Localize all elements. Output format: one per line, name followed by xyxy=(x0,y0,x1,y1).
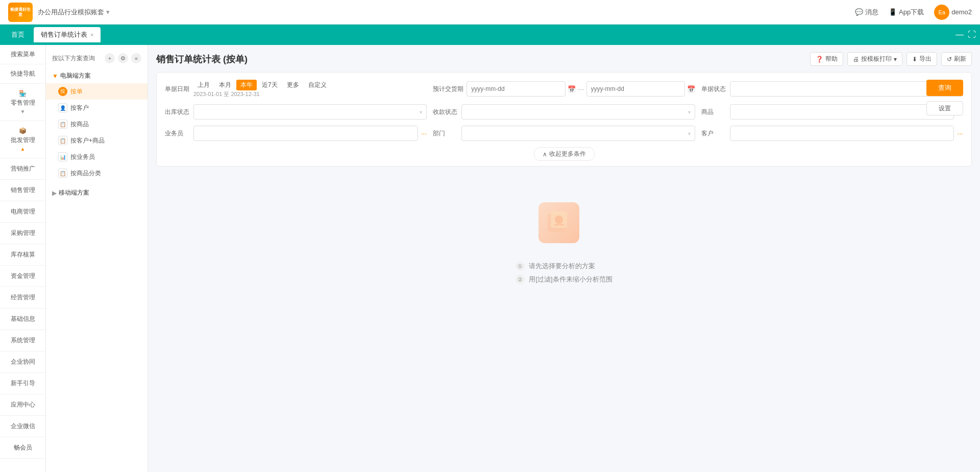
mobile-solution-title[interactable]: ▶ 移动端方案 xyxy=(46,185,148,200)
left-panel: 按以下方案查询 + ⚙ « ▼ 电脑端方案 按 按单 xyxy=(46,45,148,472)
right-panel: 销售订单统计表 (按单) ❓ 帮助 🖨 按模板打印 ▾ xyxy=(148,45,980,472)
salesperson-more-icon[interactable]: ··· xyxy=(421,129,427,137)
expected-delivery-start-input[interactable] xyxy=(467,81,565,97)
avatar: Ea xyxy=(934,5,949,20)
query-btn[interactable]: 查询 xyxy=(926,80,963,96)
scheme-settings-icon[interactable]: ⚙ xyxy=(118,53,128,63)
tip-num-2: ② xyxy=(516,275,525,284)
app-download-icon: 📱 xyxy=(889,8,897,16)
maximize-icon[interactable]: ⛶ xyxy=(968,30,976,39)
scheme-collapse-icon[interactable]: « xyxy=(131,53,141,63)
sidebar-nav-shortcut[interactable]: 快捷导航 xyxy=(0,64,45,84)
export-btn[interactable]: ⬇ 导出 xyxy=(906,52,937,66)
solution-item-by-customer-product[interactable]: 📋 按客户+商品 xyxy=(46,132,148,149)
sidebar-item-retail[interactable]: 🏪 零售管理 ▼ xyxy=(0,84,45,121)
desktop-solution-group: ▼ 电脑端方案 按 按单 👤 按客户 📋 按商品 xyxy=(46,66,148,183)
shipping-status-cell: 出库状态 ▾ xyxy=(165,104,427,120)
calendar-icon-2: 📅 xyxy=(687,85,695,93)
sidebar: 搜索菜单 快捷导航 🏪 零售管理 ▼ 📦 批发管理 ▲ 营销推广 销售管理 电商… xyxy=(0,45,46,472)
date-btn-this-month[interactable]: 本月 xyxy=(215,80,235,90)
sidebar-item-wholesale[interactable]: 📦 批发管理 ▲ xyxy=(0,121,45,158)
date-btn-more[interactable]: 更多 xyxy=(283,80,303,90)
print-btn[interactable]: 🖨 按模板打印 ▾ xyxy=(847,52,902,66)
tab-close-icon[interactable]: × xyxy=(90,32,93,38)
sidebar-item-ecommerce[interactable]: 电商管理 xyxy=(0,201,45,223)
date-separator: — xyxy=(578,85,584,93)
app-download-btn[interactable]: 📱 App下载 xyxy=(889,8,924,17)
tip-num-1: ① xyxy=(516,262,525,271)
page-header: 销售订单统计表 (按单) ❓ 帮助 🖨 按模板打印 ▾ xyxy=(156,52,972,66)
empty-illustration xyxy=(538,202,579,243)
mobile-solution-group: ▶ 移动端方案 xyxy=(46,183,148,202)
sidebar-item-system[interactable]: 系统管理 xyxy=(0,330,45,351)
status-label: 单据状态 xyxy=(701,85,727,93)
collapse-btn[interactable]: ∧ 收起更多条件 xyxy=(534,147,595,161)
sidebar-item-inventory[interactable]: 库存核算 xyxy=(0,244,45,266)
sidebar-item-marketing[interactable]: 营销推广 xyxy=(0,158,45,180)
sidebar-item-newbie[interactable]: 新手引导 xyxy=(0,373,45,394)
solution-item-by-order[interactable]: 按 按单 xyxy=(46,83,148,100)
solution-item-by-customer[interactable]: 👤 按客户 xyxy=(46,100,148,116)
empty-state: ① 请先选择要分析的方案 ② 用[过滤]条件来缩小分析范围 xyxy=(156,172,972,315)
filter-row-2: 出库状态 ▾ 收款状态 ▾ xyxy=(165,104,963,120)
product-input[interactable] xyxy=(730,104,954,120)
date-range-display: 2023-01-01 至 2023-12-31 xyxy=(193,90,427,98)
topbar-left: 畅捷通好生意 办公用品行业模拟账套 ▾ xyxy=(8,3,110,22)
desktop-expand-icon: ▼ xyxy=(52,73,58,80)
date-btn-this-year[interactable]: 本年 xyxy=(236,80,257,90)
tab-sales-stats[interactable]: 销售订单统计表 × xyxy=(34,27,101,42)
retail-dropdown-icon: ▼ xyxy=(20,109,26,114)
date-btn-last-month[interactable]: 上月 xyxy=(193,80,214,90)
date-btn-7days[interactable]: 近7天 xyxy=(258,80,282,90)
sidebar-item-wechat[interactable]: 企业微信 xyxy=(0,416,45,437)
expected-delivery-end-input[interactable] xyxy=(586,81,685,97)
date-label: 单据日期 xyxy=(165,85,190,93)
sidebar-item-enterprise[interactable]: 企业协同 xyxy=(0,351,45,373)
message-btn[interactable]: 💬 消息 xyxy=(855,8,878,17)
solution-item-by-salesperson[interactable]: 📊 按业务员 xyxy=(46,149,148,165)
content-area: 按以下方案查询 + ⚙ « ▼ 电脑端方案 按 按单 xyxy=(46,45,980,472)
tabbar-window-controls: — ⛶ xyxy=(955,30,976,39)
workspace-title[interactable]: 办公用品行业模拟账套 ▾ xyxy=(38,8,110,17)
sidebar-item-operations[interactable]: 经营管理 xyxy=(0,287,45,309)
sidebar-item-app-center[interactable]: 应用中心 xyxy=(0,394,45,416)
help-btn[interactable]: ❓ 帮助 xyxy=(810,52,843,66)
tab-home[interactable]: 首页 xyxy=(4,27,32,42)
workspace-dropdown-icon[interactable]: ▾ xyxy=(106,8,110,16)
svg-rect-3 xyxy=(554,224,564,226)
add-scheme-icon[interactable]: + xyxy=(105,53,115,63)
sidebar-item-finance[interactable]: 资金管理 xyxy=(0,266,45,287)
sidebar-item-purchase[interactable]: 采购管理 xyxy=(0,223,45,244)
refresh-btn[interactable]: ↺ 刷新 xyxy=(941,52,972,66)
minimize-icon[interactable]: — xyxy=(955,30,964,39)
settings-btn[interactable]: 设置 xyxy=(926,101,963,115)
topbar-right: 💬 消息 📱 App下载 Ea demo2 xyxy=(855,5,972,20)
sidebar-item-basic[interactable]: 基础信息 xyxy=(0,309,45,330)
customer-more-icon[interactable]: ··· xyxy=(957,129,963,137)
by-category-icon: 📋 xyxy=(58,169,67,178)
solution-item-by-product[interactable]: 📋 按商品 xyxy=(46,116,148,132)
logo: 畅捷通好生意 xyxy=(8,3,33,22)
department-select[interactable]: ▾ xyxy=(461,126,695,141)
page-content: 按以下方案查询 + ⚙ « ▼ 电脑端方案 按 按单 xyxy=(46,45,980,472)
department-dropdown-icon: ▾ xyxy=(688,131,691,136)
sidebar-item-member[interactable]: 畅会员 xyxy=(0,437,45,459)
payment-status-select[interactable]: ▾ xyxy=(461,104,695,120)
date-btn-custom[interactable]: 自定义 xyxy=(304,80,331,90)
solution-item-by-category[interactable]: 📋 按商品分类 xyxy=(46,165,148,181)
user-avatar-area[interactable]: Ea demo2 xyxy=(934,5,972,20)
desktop-solution-title[interactable]: ▼ 电脑端方案 xyxy=(46,68,148,83)
salesperson-input[interactable] xyxy=(193,126,418,141)
department-label: 部门 xyxy=(433,129,458,138)
shipping-status-select[interactable]: ▾ xyxy=(193,104,427,120)
salesperson-label: 业务员 xyxy=(165,129,190,138)
sidebar-item-sales[interactable]: 销售管理 xyxy=(0,180,45,201)
sidebar-search-area[interactable]: 搜索菜单 xyxy=(0,45,45,64)
empty-tip-1: ① 请先选择要分析的方案 xyxy=(516,262,612,271)
expected-delivery-label: 预计交货期 xyxy=(433,85,463,93)
by-customer-icon: 👤 xyxy=(58,103,67,112)
svg-point-2 xyxy=(555,216,563,224)
shipping-dropdown-icon: ▾ xyxy=(420,109,422,115)
customer-input[interactable] xyxy=(730,126,954,141)
wholesale-dropdown-icon: ▲ xyxy=(20,146,26,152)
